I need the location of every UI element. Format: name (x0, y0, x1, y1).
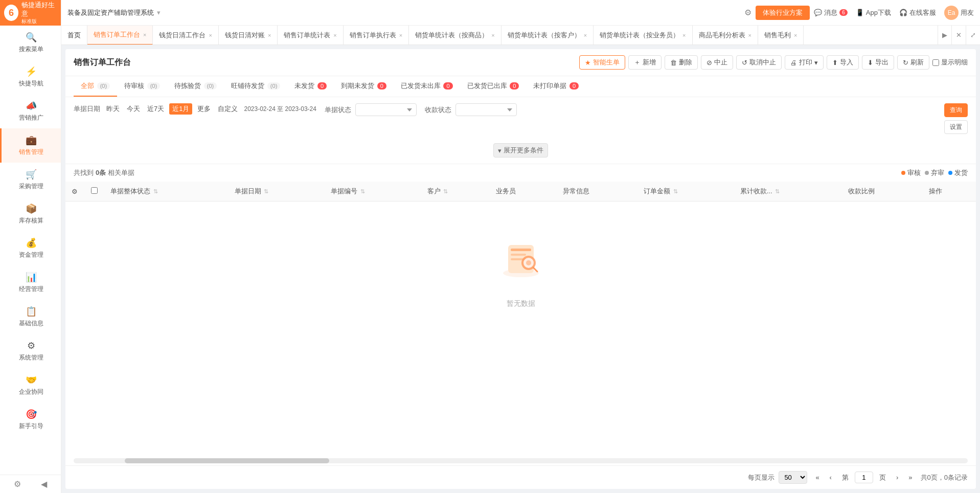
sidebar-item-sales[interactable]: 💼 销售管理 (0, 128, 61, 163)
tab-sales-stat-staff[interactable]: 销货单统计表（按业务员） × (594, 26, 692, 45)
suspend-button[interactable]: ⊘ 中止 (701, 55, 733, 70)
user-menu-button[interactable]: Ea 用友 (944, 6, 974, 20)
tab-sales-stat-customer[interactable]: 销货单统计表（按客户） × (502, 26, 594, 45)
tabs-scroll-right-button[interactable]: ▶ (938, 26, 951, 45)
sidebar-item-inventory[interactable]: 📦 库存核算 (0, 197, 61, 231)
tab-close-icon[interactable]: × (682, 32, 686, 38)
industry-solution-button[interactable]: 体验行业方案 (756, 6, 810, 20)
sub-tab-shipped-not-out[interactable]: 已发货未出库 0 (394, 76, 460, 97)
expand-filter-button[interactable]: ▾ 展开更多条件 (493, 143, 548, 158)
tab-product-margin[interactable]: 商品毛利分析表 × (693, 26, 758, 45)
sub-tab-shipped-out[interactable]: 已发货已出库 0 (460, 76, 527, 97)
tab-cash-daily[interactable]: 钱货日清工作台 × (153, 26, 218, 45)
pagination-page-input[interactable] (855, 472, 873, 483)
date-opt-yesterday[interactable]: 昨天 (104, 103, 122, 115)
sidebar-item-finance[interactable]: 💰 资金管理 (0, 231, 61, 265)
sort-icon[interactable]: ⇅ (360, 188, 365, 194)
search-icon: 🔍 (26, 32, 37, 43)
tab-close-icon[interactable]: × (209, 32, 212, 38)
tab-close-icon[interactable]: × (584, 32, 587, 38)
sidebar-settings-icon[interactable]: ⚙ (14, 479, 21, 489)
show-detail-input[interactable] (932, 59, 939, 66)
sidebar-item-system[interactable]: ⚙ 系统管理 (0, 334, 61, 368)
select-all-checkbox[interactable] (91, 187, 98, 194)
tab-sales-exec[interactable]: 销售订单执行表 × (344, 26, 409, 45)
topbar-gear-icon[interactable]: ⚙ (744, 8, 751, 17)
tab-close-icon[interactable]: × (268, 32, 271, 38)
tabs-expand-button[interactable]: ⤢ (966, 26, 980, 45)
sub-tab-wangpu-count: (0) (267, 82, 280, 89)
cancel-review-button[interactable]: 弃审 (925, 168, 944, 177)
pagination-next-button[interactable]: › (892, 472, 902, 483)
smart-create-button[interactable]: ★ 智能生单 (579, 55, 625, 70)
import-icon: ⬆ (832, 59, 838, 66)
app-download-button[interactable]: 📱 App下载 (856, 8, 891, 17)
new-button[interactable]: ＋ 新增 (628, 55, 662, 70)
tab-sales-workbench[interactable]: 销售订单工作台 × (87, 26, 153, 45)
import-button[interactable]: ⬆ 导入 (827, 55, 859, 70)
sub-tab-pending-inspect[interactable]: 待拣验货 (0) (167, 76, 224, 97)
tab-close-icon[interactable]: × (748, 32, 751, 38)
tab-sales-stat[interactable]: 销售订单统计表 × (278, 26, 343, 45)
sidebar-item-purchase[interactable]: 🛒 采购管理 (0, 163, 61, 197)
sidebar-item-search[interactable]: 🔍 搜索菜单 (0, 26, 61, 60)
print-button[interactable]: 🖨 打印 ▾ (785, 55, 824, 70)
sidebar-item-marketing[interactable]: 📣 营销推广 (0, 94, 61, 128)
tab-close-icon[interactable]: × (333, 32, 336, 38)
tab-close-icon[interactable]: × (491, 32, 494, 38)
sub-tab-not-shipped[interactable]: 未发货 0 (287, 76, 334, 97)
horizontal-scrollbar[interactable] (74, 458, 968, 463)
sidebar-item-newbie[interactable]: 🎯 新手引导 (0, 402, 61, 437)
date-opt-1month[interactable]: 近1月 (169, 103, 192, 115)
filter-setting-button[interactable]: 设置 (944, 120, 968, 134)
per-page-select[interactable]: 50 10 20 100 (779, 471, 807, 484)
payment-filter-label: 收款状态 (425, 105, 451, 115)
sidebar-item-quick-nav[interactable]: ⚡ 快捷导航 (0, 60, 61, 94)
star-icon: ★ (585, 59, 591, 66)
cancel-suspend-button[interactable]: ↺ 取消中止 (736, 55, 782, 70)
review-action-button[interactable]: 审核 (901, 168, 921, 177)
query-button[interactable]: 查询 (944, 103, 968, 117)
export-button[interactable]: ⬇ 导出 (862, 55, 894, 70)
sub-tab-overdue[interactable]: 到期未发货 0 (334, 76, 394, 97)
date-opt-7days[interactable]: 近7天 (145, 103, 166, 115)
sub-tab-pending-review[interactable]: 待审核 (0) (117, 76, 167, 97)
ship-action-button[interactable]: 发货 (948, 168, 968, 177)
tabs-close-button[interactable]: ✕ (951, 26, 966, 45)
sidebar-item-basic-info[interactable]: 📋 基础信息 (0, 300, 61, 334)
date-opt-more[interactable]: 更多 (195, 103, 213, 115)
sidebar-item-operation[interactable]: 📊 经营管理 (0, 265, 61, 300)
tab-sales-stat-product[interactable]: 销货单统计表（按商品） × (409, 26, 501, 45)
pagination-last-button[interactable]: » (904, 472, 916, 483)
message-button[interactable]: 💬 消息 6 (814, 8, 848, 17)
pagination-prev-button[interactable]: ‹ (826, 472, 836, 483)
sort-icon[interactable]: ⇅ (153, 188, 158, 194)
status-filter-select[interactable] (355, 103, 417, 116)
show-detail-checkbox[interactable]: 显示明细 (932, 58, 968, 67)
th-checkbox[interactable] (84, 182, 104, 201)
th-settings[interactable]: ⚙ (65, 182, 84, 201)
tab-sales-profit[interactable]: 销售毛利 × (758, 26, 804, 45)
sort-icon[interactable]: ⇅ (673, 188, 678, 194)
tab-close-icon[interactable]: × (794, 32, 797, 38)
sort-icon[interactable]: ⇅ (775, 188, 780, 194)
sub-tab-not-printed[interactable]: 未打印单据 0 (526, 76, 586, 97)
refresh-button[interactable]: ↻ 刷新 (897, 55, 929, 70)
payment-filter-select[interactable] (455, 103, 517, 116)
sub-tab-wangpu[interactable]: 旺铺待发货 (0) (224, 76, 287, 97)
tab-cash-reconcile[interactable]: 钱货日清对账 × (219, 26, 278, 45)
date-opt-custom[interactable]: 自定义 (216, 103, 240, 115)
delete-button[interactable]: 🗑 删除 (665, 55, 698, 70)
sidebar-item-enterprise[interactable]: 🤝 企业协同 (0, 368, 61, 402)
sort-icon[interactable]: ⇅ (264, 188, 268, 194)
tab-home[interactable]: 首页 (61, 26, 87, 45)
date-opt-today[interactable]: 今天 (125, 103, 142, 115)
pagination-first-button[interactable]: « (811, 472, 823, 483)
online-service-button[interactable]: 🎧 在线客服 (899, 8, 936, 17)
tab-close-icon[interactable]: × (143, 32, 146, 38)
scroll-thumb[interactable] (125, 458, 329, 463)
tab-close-icon[interactable]: × (399, 32, 402, 38)
sort-icon[interactable]: ⇅ (443, 188, 448, 194)
sidebar-collapse-icon[interactable]: ◀ (41, 479, 47, 489)
sub-tab-all[interactable]: 全部 (0) (74, 76, 117, 97)
